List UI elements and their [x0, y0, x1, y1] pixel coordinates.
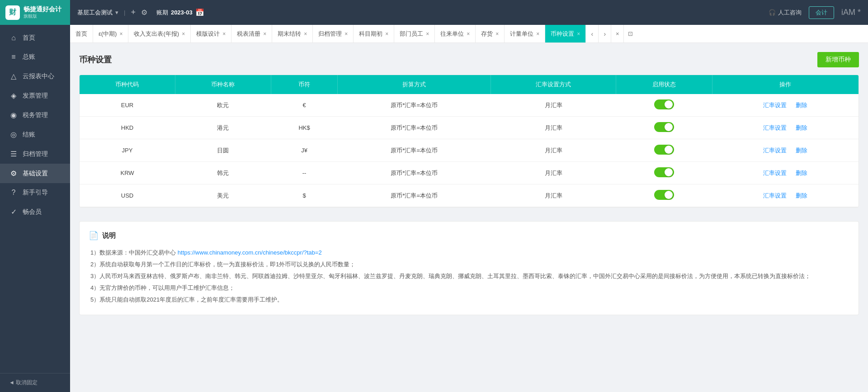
tab-label: 计量单位 [510, 30, 533, 38]
table-row: EUR 欧元 € 原币*汇率=本位币 月汇率 汇率设置 删除 [80, 94, 859, 117]
tab-home[interactable]: 首页 [70, 25, 93, 43]
new-currency-btn[interactable]: 新增币种 [817, 52, 859, 67]
tab-prev-btn[interactable]: ‹ [586, 25, 599, 43]
consult-btn[interactable]: 🎧 人工咨询 [769, 9, 802, 17]
add-project-btn[interactable]: + [131, 8, 136, 17]
tab-close-all-btn[interactable]: × [611, 25, 624, 43]
cell-name: 日圆 [175, 139, 271, 162]
desc-link[interactable]: https://www.chinamoney.com.cn/chinese/bk… [178, 249, 322, 256]
tab-currency[interactable]: 币种设置 × [545, 25, 586, 43]
rate-setting-btn[interactable]: 汇率设置 [763, 170, 787, 176]
sidebar-item-checkout[interactable]: ◎ 结账 [0, 125, 70, 144]
sidebar-item-ledger[interactable]: ≡ 总账 [0, 47, 70, 66]
account-btn[interactable]: 会计 [809, 6, 834, 19]
tab-expand-btn[interactable]: ⊡ [624, 25, 637, 43]
rate-setting-btn[interactable]: 汇率设置 [763, 102, 787, 109]
tab-measure[interactable]: 计量单位 × [505, 25, 545, 43]
cell-calc: 原币*汇率=本位币 [338, 94, 491, 117]
delete-btn[interactable]: 删除 [796, 102, 807, 109]
cell-symbol: € [271, 94, 337, 117]
cell-rate-method: 月汇率 [491, 162, 616, 184]
currency-table-wrapper: 币种代码 币种名称 币符 折算方式 汇率设置方式 启用状态 操作 EUR 欧元 … [79, 75, 859, 208]
tab-subject[interactable]: 科目期初 × [354, 25, 394, 43]
tab-units[interactable]: 往来单位 × [435, 25, 476, 43]
tab-next-btn[interactable]: › [599, 25, 611, 43]
toggle-switch[interactable] [654, 190, 674, 200]
tab-close-icon[interactable]: × [577, 31, 580, 37]
tab-label: ε(中期) [99, 30, 117, 38]
cell-code: JPY [80, 139, 175, 162]
sidebar-footer[interactable]: ◄ 取消固定 [0, 373, 70, 392]
toggle-switch[interactable] [654, 99, 674, 109]
tab-tax[interactable]: 税表清册 × [231, 25, 272, 43]
tab-label: 归档管理 [318, 30, 342, 38]
toggle-switch[interactable] [654, 122, 674, 132]
sidebar-item-invoice[interactable]: ◈ 发票管理 [0, 86, 70, 105]
basic-icon: ⚙ [9, 169, 18, 178]
tab-close-icon[interactable]: × [385, 31, 388, 37]
guide-icon: ? [9, 189, 18, 197]
tab-period-end[interactable]: 期末结转 × [272, 25, 313, 43]
tab-label: 期末结转 [278, 30, 301, 38]
rate-setting-btn[interactable]: 汇率设置 [763, 192, 787, 199]
cell-actions: 汇率设置 删除 [712, 117, 859, 139]
tab-period[interactable]: ε(中期) × [93, 25, 128, 43]
tab-inventory[interactable]: 存货 × [476, 25, 505, 43]
tab-close-icon[interactable]: × [263, 31, 266, 37]
toggle-thumb [665, 191, 673, 199]
toggle-thumb [665, 168, 673, 176]
tab-close-icon[interactable]: × [182, 31, 185, 37]
delete-btn[interactable]: 删除 [796, 124, 807, 131]
desc-title-text: 说明 [102, 231, 116, 240]
tab-archive[interactable]: 归档管理 × [313, 25, 354, 43]
sidebar-item-basic[interactable]: ⚙ 基础设置 [0, 164, 70, 183]
tab-close-icon[interactable]: × [222, 31, 226, 37]
rate-setting-btn[interactable]: 汇率设置 [763, 124, 787, 131]
project-selector[interactable]: 基层工会测试 ▾ [77, 9, 118, 17]
toggle-track [654, 145, 674, 155]
sidebar-item-guide[interactable]: ? 新手引导 [0, 183, 70, 202]
tab-close-icon[interactable]: × [304, 31, 307, 37]
tab-dept[interactable]: 部门员工 × [394, 25, 435, 43]
sidebar-item-archive[interactable]: ☰ 归档管理 [0, 144, 70, 164]
content-area: 币种设置 新增币种 币种代码 币种名称 币符 折算方式 汇率设置方式 启用状态 … [70, 43, 868, 392]
sidebar-item-reports[interactable]: △ 云报表中心 [0, 66, 70, 86]
sidebar-item-label: 畅会员 [23, 208, 42, 216]
period-selector[interactable]: 账期 2023-03 📅 [156, 8, 204, 17]
col-name: 币种名称 [175, 75, 271, 94]
delete-btn[interactable]: 删除 [796, 147, 807, 154]
delete-btn[interactable]: 删除 [796, 170, 807, 176]
logo-icon: 财 [5, 5, 20, 20]
cell-code: KRW [80, 162, 175, 184]
tab-close-icon[interactable]: × [467, 31, 470, 37]
toggle-switch[interactable] [654, 145, 674, 155]
main-area: 基层工会测试 ▾ | + ⚙ 账期 2023-03 📅 🎧 人工咨询 会计 iA… [70, 0, 868, 392]
cell-symbol: J¥ [271, 139, 337, 162]
toggle-switch[interactable] [654, 167, 674, 177]
sidebar-item-member[interactable]: ✓ 畅会员 [0, 202, 70, 222]
tab-close-icon[interactable]: × [536, 31, 539, 37]
sidebar-item-tax[interactable]: ◉ 税务管理 [0, 105, 70, 125]
sidebar-item-label: 结账 [23, 131, 35, 139]
table-row: KRW 韩元 -- 原币*汇率=本位币 月汇率 汇率设置 删除 [80, 162, 859, 184]
desc-item-4: 4）无官方牌价的币种，可以用用户手工维护汇率信息； [89, 282, 849, 294]
cell-calc: 原币*汇率=本位币 [338, 162, 491, 184]
col-calc: 折算方式 [338, 75, 491, 94]
desc-list: 1）数据来源：中国外汇交易中心 https://www.chinamoney.c… [89, 247, 849, 306]
tab-income[interactable]: 收入支出表(年报) × [128, 25, 191, 43]
sidebar-item-home[interactable]: ⌂ 首页 [0, 28, 70, 47]
project-settings-btn[interactable]: ⚙ [141, 8, 147, 17]
tab-close-icon[interactable]: × [119, 31, 123, 37]
sidebar: 财 畅捷通好会计 旗舰版 ⌂ 首页 ≡ 总账 △ 云报表中心 ◈ 发票管理 ◉ … [0, 0, 70, 392]
tab-close-icon[interactable]: × [495, 31, 499, 37]
invoice-icon: ◈ [9, 91, 18, 100]
user-avatar[interactable]: iAM * [841, 8, 861, 17]
tab-close-icon[interactable]: × [426, 31, 429, 37]
sidebar-nav: ⌂ 首页 ≡ 总账 △ 云报表中心 ◈ 发票管理 ◉ 税务管理 ◎ 结账 ☰ 归… [0, 25, 70, 373]
tab-template[interactable]: 模版设计 × [191, 25, 231, 43]
sidebar-item-label: 云报表中心 [23, 72, 54, 80]
tab-close-icon[interactable]: × [344, 31, 348, 37]
tab-label: 部门员工 [400, 30, 423, 38]
delete-btn[interactable]: 删除 [796, 192, 807, 199]
rate-setting-btn[interactable]: 汇率设置 [763, 147, 787, 154]
